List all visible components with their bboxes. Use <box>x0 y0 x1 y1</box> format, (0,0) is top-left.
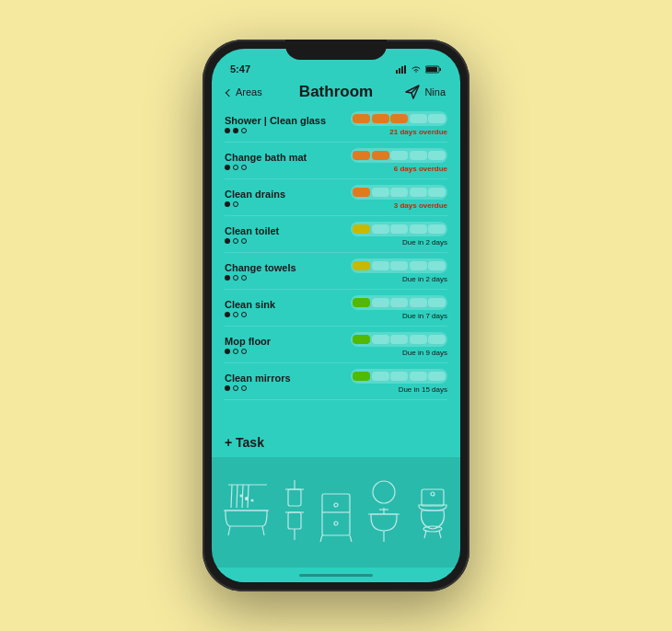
task-name: Mop floor <box>225 336 346 347</box>
svg-rect-21 <box>288 512 301 529</box>
task-item[interactable]: Clean drains3 days overdue <box>225 179 447 216</box>
svg-point-39 <box>431 492 434 496</box>
progress-segment <box>428 188 446 197</box>
task-dot <box>241 275 247 281</box>
progress-segment <box>428 114 446 123</box>
svg-line-38 <box>439 531 441 538</box>
phone-screen: 5:47 <box>212 49 460 582</box>
task-list: Shower | Clean glass21 days overdueChang… <box>212 106 460 428</box>
progress-segments <box>351 258 447 273</box>
task-right: 3 days overdue <box>346 185 447 210</box>
task-dot <box>225 312 230 317</box>
task-status: 3 days overdue <box>394 201 447 210</box>
task-dot <box>233 349 238 354</box>
task-dots <box>225 385 346 391</box>
phone-frame: 5:47 <box>203 40 469 591</box>
bottom-decoration <box>212 457 460 568</box>
progress-segment <box>353 224 370 234</box>
task-dots <box>225 312 346 317</box>
svg-point-30 <box>373 481 395 503</box>
svg-point-15 <box>246 498 249 500</box>
signal-icon <box>396 65 407 74</box>
task-item[interactable]: Clean sinkDue in 7 days <box>225 290 447 327</box>
svg-rect-19 <box>288 489 301 506</box>
progress-segment <box>428 372 446 381</box>
progress-segment <box>428 151 446 160</box>
task-dot <box>241 238 247 244</box>
svg-line-28 <box>320 535 322 542</box>
progress-segments <box>351 111 447 126</box>
task-name: Clean drains <box>225 189 346 200</box>
progress-segment <box>353 372 370 381</box>
task-dot <box>225 385 230 391</box>
task-status: 21 days overdue <box>389 128 447 136</box>
progress-segment <box>410 114 427 123</box>
task-dot <box>225 238 230 244</box>
task-status: Due in 9 days <box>402 349 447 357</box>
svg-point-27 <box>334 522 338 525</box>
task-right: 6 days overdue <box>346 148 447 173</box>
task-item[interactable]: Clean mirrorsDue in 15 days <box>225 363 447 400</box>
progress-segment <box>353 335 370 344</box>
task-dot <box>233 312 238 317</box>
task-dot <box>233 128 238 133</box>
progress-segment <box>428 224 446 234</box>
task-left: Clean toilet <box>225 225 346 244</box>
progress-segment <box>372 261 389 270</box>
progress-segment <box>353 261 370 270</box>
progress-segment <box>428 298 446 307</box>
task-dot <box>233 385 238 391</box>
task-right: 21 days overdue <box>346 111 447 136</box>
user-profile[interactable]: Nina <box>404 84 446 100</box>
task-dots <box>225 275 346 281</box>
task-item[interactable]: Shower | Clean glass21 days overdue <box>225 106 447 143</box>
task-name: Shower | Clean glass <box>225 115 346 126</box>
back-button[interactable]: Areas <box>226 86 262 98</box>
progress-segment <box>372 114 389 123</box>
progress-segment <box>372 224 389 234</box>
progress-segment <box>390 261 408 270</box>
progress-segment <box>410 224 427 234</box>
task-dot <box>241 128 247 133</box>
svg-line-29 <box>350 535 352 542</box>
task-right: Due in 2 days <box>346 258 447 283</box>
status-icons <box>396 65 442 74</box>
task-item[interactable]: Clean toiletDue in 2 days <box>225 216 447 253</box>
task-left: Shower | Clean glass <box>225 115 346 133</box>
task-dot <box>241 312 247 317</box>
cabinet-icon <box>318 476 354 549</box>
svg-point-16 <box>240 495 242 497</box>
progress-segment <box>410 335 427 344</box>
svg-rect-3 <box>404 65 406 74</box>
task-right: Due in 2 days <box>346 222 447 247</box>
svg-rect-6 <box>426 67 437 72</box>
svg-point-17 <box>251 499 253 501</box>
progress-segment <box>428 335 446 344</box>
task-item[interactable]: Change towelsDue in 2 days <box>225 253 447 290</box>
task-left: Clean sink <box>225 299 346 317</box>
task-dot <box>225 275 230 281</box>
svg-point-26 <box>334 503 338 507</box>
progress-segment <box>372 188 389 197</box>
task-dots <box>225 349 346 354</box>
progress-segment <box>372 151 389 160</box>
progress-segment <box>410 372 427 381</box>
task-item[interactable]: Mop floorDue in 9 days <box>225 327 447 363</box>
progress-segment <box>390 372 408 381</box>
progress-segments <box>351 185 447 200</box>
progress-segment <box>390 151 408 160</box>
toilet-icon <box>414 476 451 549</box>
task-status: Due in 7 days <box>402 312 447 320</box>
notch <box>285 40 387 60</box>
task-dot <box>225 128 230 133</box>
task-name: Clean toilet <box>225 225 346 236</box>
task-item[interactable]: Change bath mat6 days overdue <box>225 143 447 179</box>
task-name: Clean sink <box>225 299 346 310</box>
svg-rect-1 <box>399 68 400 74</box>
task-name: Change bath mat <box>225 152 346 163</box>
task-name: Change towels <box>225 262 346 273</box>
add-task-button[interactable]: + Task <box>212 428 460 457</box>
task-name: Clean mirrors <box>225 373 346 384</box>
progress-segment <box>353 151 370 160</box>
progress-segments <box>351 332 447 347</box>
